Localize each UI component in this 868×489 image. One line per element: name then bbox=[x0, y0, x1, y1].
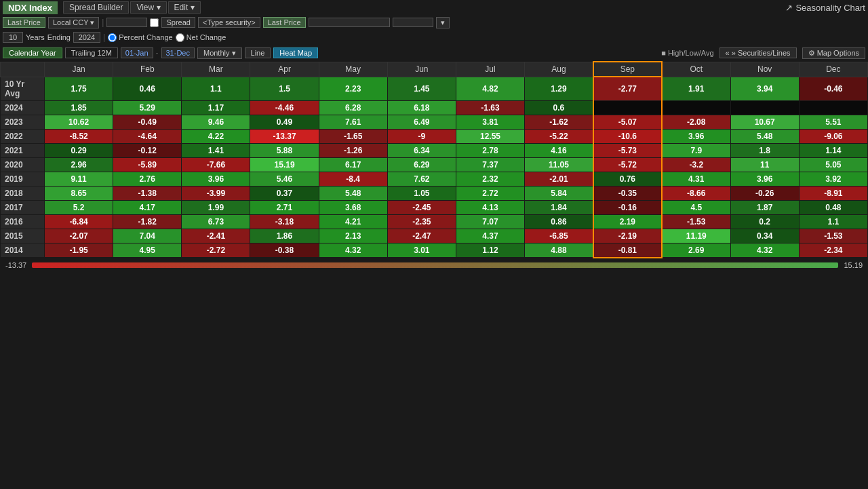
cell-2023-Nov: 10.67 bbox=[730, 115, 799, 129]
cell-2014-Mar: -2.72 bbox=[182, 243, 250, 258]
cell-2023-Sep: -5.07 bbox=[593, 115, 662, 129]
table-row: 2016-6.84-1.826.73-3.184.21-2.357.070.86… bbox=[1, 214, 868, 229]
cell-2021-Aug: 4.16 bbox=[525, 143, 593, 157]
calendar-year-button[interactable]: Calendar Year bbox=[3, 47, 62, 58]
bottom-min-value: -13.37 bbox=[5, 261, 26, 269]
cell-2017-Jun: -2.45 bbox=[387, 200, 456, 214]
cell-2023-Aug: -1.62 bbox=[525, 115, 593, 129]
header-mar: Mar bbox=[182, 62, 250, 77]
cell-2022-May: -1.65 bbox=[319, 129, 387, 143]
cell-2023-Oct: -2.08 bbox=[662, 115, 730, 129]
cell-2014-Feb: 4.95 bbox=[113, 243, 182, 258]
cell-2016-Jan: -6.84 bbox=[45, 214, 113, 229]
row-label-2016: 2016 bbox=[1, 214, 45, 229]
cell-2020-Nov: 11 bbox=[730, 157, 799, 172]
cell-2014-Jan: -1.95 bbox=[45, 243, 113, 258]
cell-2016-May: 4.21 bbox=[319, 214, 387, 229]
table-row: 20199.112.763.965.46-8.47.622.32-2.010.7… bbox=[1, 172, 868, 186]
seasonality-chart-title: ↗ Seasonality Chart bbox=[785, 3, 865, 13]
cell-2019-Jul: 2.32 bbox=[456, 172, 524, 186]
cell-2024-Apr: -4.46 bbox=[250, 100, 319, 115]
line-button[interactable]: Line bbox=[245, 47, 271, 58]
cell-2017-Jan: 5.2 bbox=[45, 200, 113, 214]
spread-button[interactable]: Spread bbox=[161, 17, 195, 28]
cell-2024-Jan: 1.85 bbox=[45, 100, 113, 115]
toolbar-row2: Years Ending | Percent Change Net Change bbox=[0, 30, 868, 45]
last-price-left-button[interactable]: Last Price bbox=[3, 17, 45, 28]
cell-2019-Jun: 7.62 bbox=[387, 172, 456, 186]
cell-2018-Nov: -0.26 bbox=[730, 186, 799, 200]
toolbar-dropdown[interactable]: ▾ bbox=[436, 17, 450, 28]
type-security-button[interactable]: <Type security> bbox=[198, 17, 260, 28]
header-may: May bbox=[319, 62, 387, 77]
spread-builder-button[interactable]: Spread Builder bbox=[63, 1, 129, 14]
cell-2016-Oct: -1.53 bbox=[662, 214, 730, 229]
cell-2020-Feb: -5.89 bbox=[113, 157, 182, 172]
cell-2018-Apr: 0.37 bbox=[250, 186, 319, 200]
toolbar-input1[interactable] bbox=[106, 18, 147, 27]
right-controls: ■ High/Low/Avg « » Securities/Lines ⚙ Ma… bbox=[661, 47, 865, 59]
cell-2014-Jul: 1.12 bbox=[456, 243, 524, 258]
cell-2018-Mar: -3.99 bbox=[182, 186, 250, 200]
cell-2017-Jul: 4.13 bbox=[456, 200, 524, 214]
cell-2015-Apr: 1.86 bbox=[250, 229, 319, 243]
cell-2021-Feb: -0.12 bbox=[113, 143, 182, 157]
row-label-2021: 2021 bbox=[1, 143, 45, 157]
cell-2021-Jan: 0.29 bbox=[45, 143, 113, 157]
cell-2017-Aug: 1.84 bbox=[525, 200, 593, 214]
table-row: 2022-8.52-4.644.22-13.37-1.65-912.55-5.2… bbox=[1, 129, 868, 143]
cell-10 Yr Avg-Oct: 1.91 bbox=[662, 77, 730, 100]
cell-2024-Feb: 5.29 bbox=[113, 100, 182, 115]
net-change-radio[interactable] bbox=[176, 33, 184, 42]
heat-map-button[interactable]: Heat Map bbox=[273, 47, 318, 58]
monthly-button[interactable]: Monthly ▾ bbox=[197, 47, 242, 59]
cell-2018-Jan: 8.65 bbox=[45, 186, 113, 200]
date-start-button[interactable]: 01-Jan bbox=[121, 47, 153, 58]
cell-10 Yr Avg-Nov: 3.94 bbox=[730, 77, 799, 100]
cell-2024-Jun: 6.18 bbox=[387, 100, 456, 115]
date-end-button[interactable]: 31-Dec bbox=[161, 47, 195, 58]
row-label-2023: 2023 bbox=[1, 115, 45, 129]
cell-2017-Dec: 0.48 bbox=[799, 200, 867, 214]
row-label-2020: 2020 bbox=[1, 157, 45, 172]
cell-2014-Dec: -2.34 bbox=[799, 243, 867, 258]
cell-2015-Sep: -2.19 bbox=[593, 229, 662, 243]
cell-2016-Mar: 6.73 bbox=[182, 214, 250, 229]
spread-checkbox[interactable] bbox=[150, 18, 159, 27]
toolbar-input2[interactable] bbox=[309, 18, 390, 27]
trailing-12m-button[interactable]: Trailing 12M bbox=[65, 47, 118, 58]
cell-2022-Feb: -4.64 bbox=[113, 129, 182, 143]
last-price-right-button[interactable]: Last Price bbox=[263, 17, 306, 28]
cell-2021-Dec: 1.14 bbox=[799, 143, 867, 157]
cell-2014-Aug: 4.88 bbox=[525, 243, 593, 258]
header-jun: Jun bbox=[387, 62, 456, 77]
cell-2019-May: -8.4 bbox=[319, 172, 387, 186]
cell-2018-May: 5.48 bbox=[319, 186, 387, 200]
toolbar-input3[interactable] bbox=[393, 18, 433, 27]
cell-2024-Dec bbox=[799, 100, 867, 115]
cell-2017-Sep: -0.16 bbox=[593, 200, 662, 214]
bottom-bar-fill bbox=[32, 262, 838, 268]
securities-lines-button[interactable]: « » Securities/Lines bbox=[719, 47, 797, 58]
cell-2019-Aug: -2.01 bbox=[525, 172, 593, 186]
ending-input[interactable] bbox=[73, 32, 100, 43]
local-ccy-button[interactable]: Local CCY ▾ bbox=[48, 17, 99, 28]
table-row: 20175.24.171.992.713.68-2.454.131.84-0.1… bbox=[1, 200, 868, 214]
cell-2024-Mar: 1.17 bbox=[182, 100, 250, 115]
header-apr: Apr bbox=[250, 62, 319, 77]
cell-2018-Oct: -8.66 bbox=[662, 186, 730, 200]
percent-change-radio[interactable] bbox=[108, 33, 117, 42]
years-input[interactable] bbox=[3, 32, 23, 43]
cell-2022-Aug: -5.22 bbox=[525, 129, 593, 143]
header-jul: Jul bbox=[456, 62, 524, 77]
header-oct: Oct bbox=[662, 62, 730, 77]
cell-2016-Jun: -2.35 bbox=[387, 214, 456, 229]
cell-10 Yr Avg-Feb: 0.46 bbox=[113, 77, 182, 100]
view-button[interactable]: View ▾ bbox=[130, 1, 166, 14]
cell-2023-Jun: 6.49 bbox=[387, 115, 456, 129]
cell-2024-Jul: -1.63 bbox=[456, 100, 524, 115]
cell-2018-Jul: 2.72 bbox=[456, 186, 524, 200]
row-label-2015: 2015 bbox=[1, 229, 45, 243]
map-options-button[interactable]: ⚙ Map Options bbox=[802, 47, 865, 59]
edit-button[interactable]: Edit ▾ bbox=[168, 1, 201, 14]
